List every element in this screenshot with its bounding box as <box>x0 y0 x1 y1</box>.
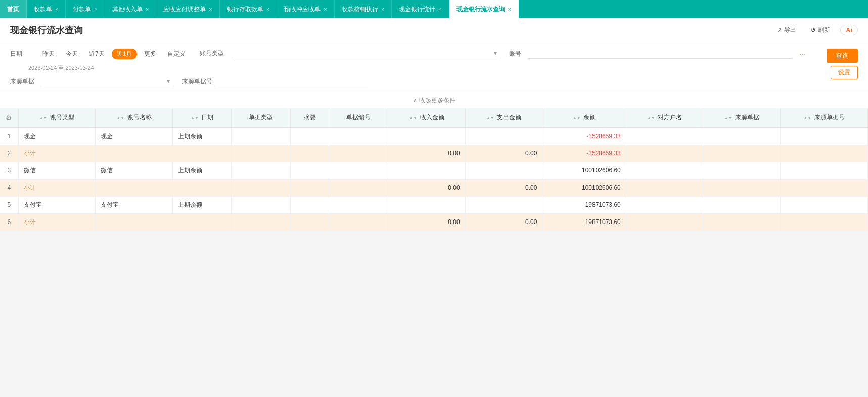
cell-doc-no <box>329 127 388 145</box>
cell-num: 1 <box>0 127 18 145</box>
cell-counterparty <box>626 213 703 231</box>
sort-icon-expense: ▲▼ <box>486 116 494 120</box>
nav-cash-bank-stat-close[interactable]: × <box>438 6 441 12</box>
date-options: 昨天 今天 近7天 近1月 更多 自定义 <box>38 49 190 59</box>
cell-doc-type <box>232 127 291 145</box>
nav-item-cash-bank-stat[interactable]: 现金银行统计 × <box>392 0 449 18</box>
nav-item-payment[interactable]: 付款单 × <box>66 0 105 18</box>
export-icon: ↗ <box>776 26 782 34</box>
nav-payment-close[interactable]: × <box>94 6 97 12</box>
table-header-row: ⚙ ▲▼ 账号类型 ▲▼ 账号名称 ▲▼ 日期 单据类型 摘 <box>0 108 868 127</box>
export-label: 导出 <box>784 26 796 34</box>
cell-account-type: 小计 <box>18 145 96 162</box>
col-account-type[interactable]: ▲▼ 账号类型 <box>18 108 96 127</box>
cell-summary <box>291 196 329 213</box>
nav-item-cash-bank-flow[interactable]: 现金银行流水查询 × <box>449 0 519 18</box>
cell-source-doc-no <box>780 127 867 145</box>
source-doc-select[interactable]: ▾ <box>42 77 172 86</box>
nav-item-pre-receipt[interactable]: 预收冲应收单 × <box>277 0 334 18</box>
account-input[interactable] <box>528 49 792 59</box>
col-summary[interactable]: 摘要 <box>291 108 329 127</box>
nav-item-bank-deposit[interactable]: 银行存取款单 × <box>220 0 277 18</box>
col-date[interactable]: ▲▼ 日期 <box>172 108 232 127</box>
cell-income: 0.00 <box>388 145 466 162</box>
source-doc-label: 来源单据 <box>10 77 38 86</box>
export-button[interactable]: ↗ 导出 <box>772 24 800 36</box>
refresh-button[interactable]: ↺ 刷新 <box>806 24 834 36</box>
date-option-1month[interactable]: 近1月 <box>112 49 138 59</box>
cell-doc-type <box>232 179 291 196</box>
query-button[interactable]: 查询 <box>827 49 858 63</box>
chevron-down-icon: ▾ <box>494 50 497 57</box>
column-settings-icon[interactable]: ⚙ <box>6 114 12 122</box>
cell-income: 0.00 <box>388 213 466 231</box>
cell-doc-type <box>232 213 291 231</box>
col-expense[interactable]: ▲▼ 支出金额 <box>465 108 542 127</box>
nav-other-income-close[interactable]: × <box>146 6 149 12</box>
cell-doc-no <box>329 162 388 179</box>
table-body: 1 现金 现金 上期余额 -3528659.33 2 小计 0.00 0.00 … <box>0 127 868 231</box>
col-doc-no[interactable]: 单据编号 <box>329 108 388 127</box>
cell-source-doc <box>703 179 781 196</box>
cell-summary <box>291 127 329 145</box>
nav-cash-bank-flow-close[interactable]: × <box>508 6 511 12</box>
source-doc-no-input[interactable] <box>216 77 368 86</box>
account-type-select[interactable]: ▾ <box>232 49 499 58</box>
date-option-7days[interactable]: 近7天 <box>85 49 109 59</box>
cell-source-doc-no <box>780 162 867 179</box>
cell-num: 4 <box>0 179 18 196</box>
col-account-name[interactable]: ▲▼ 账号名称 <box>96 108 173 127</box>
nav-item-receipt-verify[interactable]: 收款核销执行 × <box>335 0 392 18</box>
nav-receipt-close[interactable]: × <box>55 6 58 12</box>
collapse-up-icon: ∧ <box>413 97 417 104</box>
nav-item-home[interactable]: 首页 <box>0 0 27 18</box>
col-balance[interactable]: ▲▼ 余额 <box>542 108 626 127</box>
cell-account-type: 支付宝 <box>18 196 96 213</box>
col-doc-type[interactable]: 单据类型 <box>232 108 291 127</box>
date-option-custom[interactable]: 自定义 <box>163 49 190 59</box>
nav-ar-ap-close[interactable]: × <box>209 6 212 12</box>
date-option-yesterday[interactable]: 昨天 <box>38 49 59 59</box>
nav-other-income-label: 其他收入单 <box>112 5 143 14</box>
source-doc-chevron-icon: ▾ <box>167 78 170 85</box>
col-gear[interactable]: ⚙ <box>0 108 18 127</box>
ai-button[interactable]: Ai <box>840 25 858 35</box>
collapse-bar[interactable]: ∧ 收起更多条件 <box>0 93 868 108</box>
nav-pre-receipt-close[interactable]: × <box>324 6 327 12</box>
cell-date: 上期余额 <box>172 127 232 145</box>
nav-ar-ap-label: 应收应付调整单 <box>163 5 206 14</box>
cell-num: 3 <box>0 162 18 179</box>
sort-icon-counterparty: ▲▼ <box>647 116 655 120</box>
nav-item-receipt[interactable]: 收款单 × <box>27 0 66 18</box>
nav-cash-bank-stat-label: 现金银行统计 <box>399 5 435 14</box>
date-option-more[interactable]: 更多 <box>140 49 160 59</box>
nav-receipt-verify-close[interactable]: × <box>381 6 384 12</box>
col-income[interactable]: ▲▼ 收入金额 <box>388 108 466 127</box>
nav-bank-deposit-close[interactable]: × <box>266 6 269 12</box>
more-dots-icon[interactable]: ··· <box>796 49 808 59</box>
page-title: 现金银行流水查询 <box>10 24 83 36</box>
cell-doc-no <box>329 179 388 196</box>
cell-counterparty <box>626 127 703 145</box>
date-option-today[interactable]: 今天 <box>62 49 82 59</box>
table-row: 3 微信 微信 上期余额 100102606.60 <box>0 162 868 179</box>
table-row: 1 现金 现金 上期余额 -3528659.33 <box>0 127 868 145</box>
cell-source-doc <box>703 145 781 162</box>
table-row: 2 小计 0.00 0.00 -3528659.33 <box>0 145 868 162</box>
col-source-doc-no[interactable]: ▲▼ 来源单据号 <box>780 108 867 127</box>
nav-item-other-income[interactable]: 其他收入单 × <box>105 0 156 18</box>
nav-receipt-verify-label: 收款核销执行 <box>342 5 378 14</box>
cell-date <box>172 213 232 231</box>
cell-account-name <box>96 179 173 196</box>
settings-button[interactable]: 设置 <box>831 66 858 79</box>
table-row: 4 小计 0.00 0.00 100102606.60 <box>0 179 868 196</box>
nav-item-ar-ap-adjust[interactable]: 应收应付调整单 × <box>156 0 219 18</box>
col-counterparty[interactable]: ▲▼ 对方户名 <box>626 108 703 127</box>
cell-source-doc <box>703 196 781 213</box>
sort-icon-date: ▲▼ <box>191 116 199 120</box>
cell-balance: 19871073.60 <box>542 196 626 213</box>
cell-date <box>172 145 232 162</box>
cell-expense: 0.00 <box>465 213 542 231</box>
sort-icon-account-type: ▲▼ <box>39 116 48 120</box>
col-source-doc[interactable]: ▲▼ 来源单据 <box>703 108 781 127</box>
